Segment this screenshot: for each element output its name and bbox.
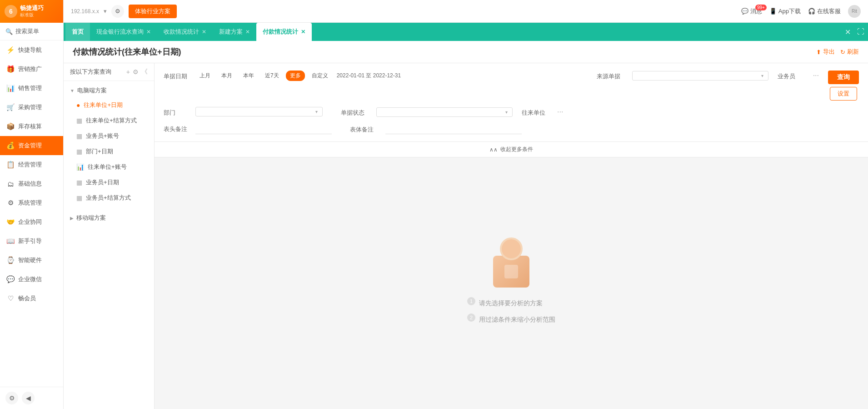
- filter-row-1: 单据日期 上月 本月 本年 近7天 更多 自定义 2022-01-01 至 20…: [164, 71, 859, 101]
- date-btn-this-month[interactable]: 本月: [217, 71, 236, 81]
- collapse-arrow-icon: ∧∧: [489, 146, 498, 153]
- tabbar-expand-btn[interactable]: ⛶: [855, 26, 866, 38]
- date-btn-more[interactable]: 更多: [286, 71, 305, 81]
- topbar-user[interactable]: Rit: [848, 5, 861, 18]
- scheme-collapse-btn[interactable]: 《: [141, 68, 148, 76]
- collapse-bar[interactable]: ∧∧ 收起更多条件: [155, 142, 868, 157]
- tab-new-scheme[interactable]: 新建方案 ✕: [213, 23, 256, 41]
- weixin-icon: 💬: [6, 275, 15, 283]
- counterparty-group: 往来单位 ···: [522, 107, 563, 117]
- scheme-item-counterparty-settle[interactable]: ▦ 往来单位+结算方式: [64, 113, 154, 128]
- sidebar-item-member[interactable]: ♡ 畅会员: [0, 289, 63, 308]
- tab-receivable[interactable]: 收款情况统计 ✕: [157, 23, 213, 41]
- tab-home[interactable]: 首页: [65, 23, 90, 41]
- sidebar-item-purchase[interactable]: 🛒 采购管理: [0, 98, 63, 117]
- topbar-msg-btn[interactable]: 💬 消息 99+: [741, 7, 762, 15]
- sidebar-item-weixin[interactable]: 💬 企业微信: [0, 270, 63, 289]
- export-btn[interactable]: ⬆ 导出: [816, 48, 835, 56]
- sidebar: 6 畅捷通巧 标准版 🔍 搜索菜单 ⚡ 快捷导航 🎁 营销推广 📊 销售管理 🛒…: [0, 0, 64, 409]
- date-btn-last-month[interactable]: 上月: [195, 71, 215, 81]
- guide-icon: 📖: [6, 237, 15, 245]
- note-body-input[interactable]: [385, 123, 522, 134]
- scheme-item-counterparty-account[interactable]: 📊 往来单位+账号: [64, 159, 154, 175]
- scheme-item-salesman-date[interactable]: ▦ 业务员+日期: [64, 175, 154, 190]
- date-btn-7days[interactable]: 近7天: [261, 71, 283, 81]
- purchase-icon: 🛒: [6, 103, 15, 111]
- scheme-item-dept-date[interactable]: ▦ 部门+日期: [64, 144, 154, 159]
- dept-select[interactable]: ▾: [195, 107, 323, 116]
- tab-close-bank-flow[interactable]: ✕: [146, 29, 151, 35]
- tab-payment[interactable]: 付款情况统计 ✕: [256, 23, 312, 41]
- tab-bank-flow[interactable]: 现金银行流水查询 ✕: [90, 23, 157, 41]
- dept-label: 部门: [164, 107, 195, 117]
- sidebar-item-operation[interactable]: 📋 经营管理: [0, 155, 63, 174]
- filter-area: 单据日期 上月 本月 本年 近7天 更多 自定义 2022-01-01 至 20…: [155, 63, 868, 142]
- topbar-service-btn[interactable]: 🎧 在线客服: [808, 7, 841, 15]
- tab-close-receivable[interactable]: ✕: [202, 29, 206, 35]
- footer-collapse-btn[interactable]: ◀: [22, 392, 35, 404]
- inventory-icon: 📦: [6, 122, 15, 131]
- date-btn-this-year[interactable]: 本年: [239, 71, 258, 81]
- date-filter-value: 上月 本月 本年 近7天 更多 自定义 2022-01-01 至 2022-12…: [195, 71, 579, 81]
- sidebar-item-quick-nav[interactable]: ⚡ 快捷导航: [0, 40, 63, 60]
- empty-step-1-text: 请先选择要分析的方案: [479, 297, 543, 309]
- dept-chevron: ▾: [315, 109, 318, 114]
- counterparty-label: 往来单位: [522, 107, 554, 117]
- scheme-item-icon-2: ▦: [76, 132, 82, 140]
- topbar-left: 192.168.x.x ▾ ⚙ 体验行业方案: [71, 5, 177, 18]
- sales-icon: 📊: [6, 84, 15, 92]
- scheme-group-pc-title[interactable]: ▼ 电脑端方案: [64, 84, 154, 97]
- topbar-dropdown-btn[interactable]: ▾: [104, 8, 107, 15]
- scheme-settings-btn[interactable]: ⚙: [133, 68, 139, 76]
- counterparty-dots[interactable]: ···: [557, 108, 563, 116]
- sidebar-item-hardware[interactable]: ⌚ 智能硬件: [0, 251, 63, 270]
- salesman-dots[interactable]: ···: [813, 71, 819, 80]
- system-icon: ⚙: [6, 199, 15, 207]
- sidebar-item-sales[interactable]: 📊 销售管理: [0, 79, 63, 98]
- topbar-settings-btn[interactable]: ⚙: [111, 5, 124, 18]
- collapse-label: 收起更多条件: [500, 146, 533, 153]
- settings-btn[interactable]: 设置: [830, 87, 857, 101]
- note-header-input[interactable]: [195, 123, 332, 134]
- sidebar-item-inventory[interactable]: 📦 库存核算: [0, 117, 63, 136]
- filter-row-3: 表头备注 表体备注: [164, 123, 859, 134]
- sidebar-item-marketing[interactable]: 🎁 营销推广: [0, 60, 63, 79]
- footer-settings-btn[interactable]: ⚙: [5, 392, 18, 404]
- quick-nav-icon: ⚡: [6, 46, 15, 54]
- scheme-item-icon-3: ▦: [76, 148, 82, 155]
- refresh-icon: ↻: [840, 49, 845, 56]
- tab-close-new-scheme[interactable]: ✕: [245, 29, 250, 35]
- voucher-status-select[interactable]: ▾: [376, 107, 513, 117]
- sidebar-item-guide[interactable]: 📖 新手引导: [0, 232, 63, 251]
- scheme-add-btn[interactable]: +: [126, 68, 130, 76]
- date-range-display: 2022-01-01 至 2022-12-31: [337, 72, 401, 80]
- scheme-item-icon-5: ▦: [76, 179, 82, 186]
- scheme-group-mobile-title[interactable]: ▶ 移动端方案: [64, 211, 154, 225]
- sidebar-item-basic[interactable]: 🗂 基础信息: [0, 174, 63, 193]
- tab-close-payment[interactable]: ✕: [301, 29, 305, 35]
- logo-text: 畅捷通巧 标准版: [20, 5, 44, 18]
- sidebar-item-system[interactable]: ⚙ 系统管理: [0, 193, 63, 212]
- trial-btn[interactable]: 体验行业方案: [129, 5, 177, 18]
- scheme-item-salesman-account[interactable]: ▦ 业务员+账号: [64, 128, 154, 144]
- query-btn[interactable]: 查询: [828, 71, 859, 84]
- topbar-address: 192.168.x.x: [71, 8, 99, 15]
- date-btn-custom[interactable]: 自定义: [308, 71, 332, 81]
- tabbar-close-btn[interactable]: ✕: [843, 26, 853, 38]
- search-menu[interactable]: 🔍 搜索菜单: [0, 23, 63, 40]
- refresh-btn[interactable]: ↻ 刷新: [840, 48, 859, 56]
- empty-step-2: 2 用过滤条件来缩小分析范围: [467, 313, 555, 326]
- source-label: 来源单据: [597, 71, 629, 81]
- topbar-app-btn[interactable]: 📱 App下载: [769, 7, 801, 15]
- sidebar-item-enterprise[interactable]: 🤝 企业协同: [0, 212, 63, 232]
- sidebar-item-fund[interactable]: 💰 资金管理: [0, 136, 63, 155]
- source-select[interactable]: ▾: [632, 71, 768, 81]
- empty-state: 1 请先选择要分析的方案 2 用过滤条件来缩小分析范围: [449, 157, 574, 409]
- scheme-item-icon-4: 📊: [76, 163, 84, 171]
- page: 付款情况统计(往来单位+日期) ⬆ 导出 ↻ 刷新 按以下方案查询 +: [64, 41, 868, 409]
- scheme-item-salesman-settle[interactable]: ▦ 业务员+结算方式: [64, 190, 154, 206]
- scheme-header: 按以下方案查询 + ⚙ 《: [64, 63, 154, 81]
- empty-box-body: [493, 256, 529, 288]
- action-btn-group: 查询 设置: [828, 71, 859, 101]
- scheme-item-counterparty-date[interactable]: ● 往来单位+日期: [64, 97, 154, 113]
